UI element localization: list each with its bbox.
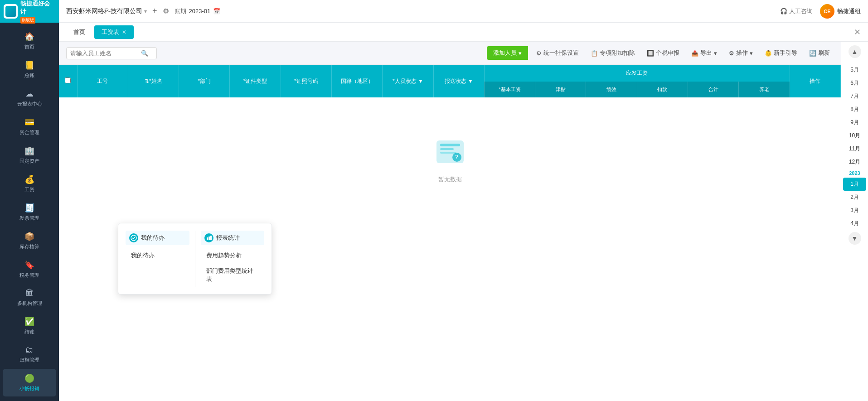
calendar-icon[interactable]: 📅 bbox=[213, 8, 220, 14]
export-label: 导出 bbox=[700, 49, 712, 57]
cal-month-5[interactable]: 5月 bbox=[841, 63, 868, 77]
cal-section-prev bbox=[851, 60, 858, 63]
special-deduction-button[interactable]: 📋 专项附加扣除 bbox=[587, 47, 639, 59]
add-person-button[interactable]: 添加人员 ▾ bbox=[487, 46, 528, 60]
service-button[interactable]: 🎧 人工咨询 bbox=[780, 7, 813, 15]
popup-header-reports: 报表统计 bbox=[201, 231, 265, 245]
th-base-wage: *基本工资 bbox=[484, 82, 535, 97]
th-wages-group: 应发工资 bbox=[484, 65, 790, 82]
cal-month-6[interactable]: 6月 bbox=[841, 77, 868, 90]
cal-month-2[interactable]: 2月 bbox=[841, 191, 868, 204]
th-performance: 绩效 bbox=[586, 82, 637, 97]
tab-close-icon[interactable]: ✕ bbox=[122, 29, 126, 35]
tab-home[interactable]: 首页 bbox=[66, 25, 92, 39]
sidebar-label-assets: 固定资产 bbox=[19, 158, 39, 164]
search-box: 🔍 bbox=[66, 47, 157, 59]
sidebar-item-fund[interactable]: 💳 资金管理 bbox=[3, 113, 56, 140]
todo-header-icon bbox=[129, 233, 138, 242]
th-id-type: *证件类型 bbox=[230, 65, 281, 97]
popup-item-my-todo[interactable]: 我的待办 bbox=[126, 248, 189, 263]
toolbar: 🔍 添加人员 ▾ ⚙ 统一社保设置 📋 专项附 bbox=[59, 42, 841, 65]
settings-topbar-button[interactable]: ⚙ bbox=[163, 7, 169, 15]
cal-month-7[interactable]: 7月 bbox=[841, 90, 868, 103]
popup-item-expense-trend[interactable]: 费用趋势分析 bbox=[201, 248, 265, 263]
home-icon: 🏠 bbox=[24, 32, 34, 42]
cal-month-9[interactable]: 9月 bbox=[841, 116, 868, 129]
operations-button[interactable]: ⚙ 操作 ▾ bbox=[725, 47, 756, 59]
tabbar: 首页 工资表 ✕ ✕ bbox=[59, 23, 868, 42]
user-avatar: CE bbox=[820, 4, 834, 19]
search-icon[interactable]: 🔍 bbox=[141, 50, 148, 57]
svg-rect-1 bbox=[440, 144, 460, 146]
sidebar-item-invoice[interactable]: 🧾 发票管理 bbox=[3, 198, 56, 226]
sidebar-item-cloud-reports[interactable]: ☁ 云报表中心 bbox=[3, 84, 56, 112]
add-person-label: 添加人员 bbox=[493, 49, 517, 57]
select-all-checkbox[interactable] bbox=[65, 77, 71, 83]
social-security-button[interactable]: ⚙ 统一社保设置 bbox=[533, 47, 582, 59]
company-selector[interactable]: 西安虾米网络科技有限公司 ▾ bbox=[66, 7, 147, 15]
ledger-icon: 📒 bbox=[24, 60, 34, 70]
popup-divider bbox=[195, 231, 195, 287]
tab-close-window[interactable]: ✕ bbox=[854, 27, 861, 37]
cal-month-8[interactable]: 8月 bbox=[841, 103, 868, 116]
refresh-icon: 🔄 bbox=[809, 50, 816, 57]
export-icon: 📤 bbox=[691, 50, 698, 57]
tab-payroll-label: 工资表 bbox=[102, 28, 119, 36]
cal-month-4[interactable]: 4月 bbox=[841, 217, 868, 230]
svg-rect-7 bbox=[207, 237, 208, 240]
archive-icon: 🗂 bbox=[25, 345, 34, 355]
payroll-table: 工号 ⇅*姓名 *部门 *证件类型 *证照号码 国籍（地区） *人员状态 ▼ 报… bbox=[59, 65, 841, 97]
cal-month-12[interactable]: 12月 bbox=[841, 155, 868, 169]
export-button[interactable]: 📤 导出 ▾ bbox=[688, 47, 721, 59]
sidebar-item-reconcile[interactable]: ✅ 结账 bbox=[3, 312, 56, 340]
filter-icon-status[interactable]: ▼ bbox=[418, 78, 423, 84]
th-name: ⇅*姓名 bbox=[128, 65, 179, 97]
add-company-button[interactable]: + bbox=[152, 6, 157, 16]
window-close-icon[interactable]: ✕ bbox=[854, 28, 861, 37]
add-person-wrapper: 添加人员 ▾ bbox=[487, 46, 528, 60]
cal-prev-year[interactable]: ▲ bbox=[849, 45, 861, 58]
company-name: 西安虾米网络科技有限公司 bbox=[66, 7, 142, 15]
logo-text-area: 畅捷通好会计 旗舰版 bbox=[20, 0, 55, 24]
refresh-button[interactable]: 🔄 刷新 bbox=[805, 47, 834, 59]
cal-month-1[interactable]: 1月 bbox=[843, 178, 866, 191]
sidebar-item-payroll[interactable]: 💰 工资 bbox=[3, 170, 56, 198]
th-total: 合计 bbox=[688, 82, 739, 97]
filter-icon-report[interactable]: ▼ bbox=[468, 78, 473, 84]
popup-item-dept-expense[interactable]: 部门费用类型统计表 bbox=[201, 263, 265, 287]
tax-icon: 🔲 bbox=[647, 50, 654, 57]
sidebar-item-settings[interactable]: ⚙ 基础设置 bbox=[3, 397, 56, 401]
sidebar-label-reconcile: 结账 bbox=[24, 329, 34, 335]
sidebar-item-home[interactable]: 🏠 首页 bbox=[3, 27, 56, 55]
th-person-status: *人员状态 ▼ bbox=[383, 65, 433, 97]
reconcile-icon: ✅ bbox=[24, 317, 34, 327]
social-security-label: 统一社保设置 bbox=[543, 49, 579, 57]
tab-payroll[interactable]: 工资表 ✕ bbox=[94, 25, 134, 39]
cal-month-11[interactable]: 11月 bbox=[841, 142, 868, 155]
sidebar-item-inventory[interactable]: 📦 库存核算 bbox=[3, 227, 56, 255]
th-checkbox bbox=[59, 65, 77, 97]
sidebar-item-xiao-chang[interactable]: 🟢 小畅报销 bbox=[3, 369, 56, 396]
refresh-label: 刷新 bbox=[818, 49, 830, 57]
invoice-icon: 🧾 bbox=[24, 203, 34, 213]
sidebar-item-fixed-assets[interactable]: 🏢 固定资产 bbox=[3, 141, 56, 169]
sidebar-label-cloud: 云报表中心 bbox=[17, 101, 42, 107]
export-dropdown-icon: ▾ bbox=[714, 50, 717, 57]
cal-month-10[interactable]: 10月 bbox=[841, 129, 868, 142]
sidebar-item-tax[interactable]: 🔖 税务管理 bbox=[3, 256, 56, 283]
sidebar-item-ledger[interactable]: 📒 总账 bbox=[3, 56, 56, 83]
sidebar-item-multi-org[interactable]: 🏛 多机构管理 bbox=[3, 284, 56, 311]
cal-next-year[interactable]: ▼ bbox=[849, 232, 861, 245]
cal-month-3[interactable]: 3月 bbox=[841, 204, 868, 217]
user-info[interactable]: CE 畅捷通组 bbox=[820, 4, 861, 19]
my-todo-label: 我的待办 bbox=[131, 252, 155, 259]
tax-declaration-button[interactable]: 🔲 个税申报 bbox=[643, 47, 683, 59]
sidebar-menu: 🏠 首页 📒 总账 ☁ 云报表中心 💳 资金管理 🏢 固定资产 💰 工资 🧾 发… bbox=[0, 23, 59, 401]
search-input[interactable] bbox=[70, 50, 138, 57]
sidebar-item-archive[interactable]: 🗂 归档管理 bbox=[3, 341, 56, 368]
xiaochang-icon: 🟢 bbox=[24, 373, 34, 383]
popup-col-1: 我的待办 我的待办 bbox=[126, 231, 189, 287]
headset-icon: 🎧 bbox=[780, 8, 787, 14]
new-guide-button[interactable]: 👶 新手引导 bbox=[761, 47, 801, 59]
sort-icon-name: ⇅ bbox=[145, 78, 149, 84]
